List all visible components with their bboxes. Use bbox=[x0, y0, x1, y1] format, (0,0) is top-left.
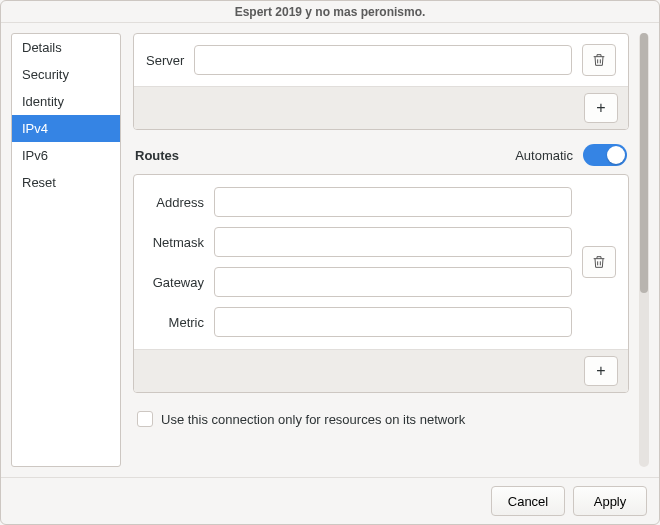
scrollbar-thumb[interactable] bbox=[640, 33, 648, 293]
cancel-button[interactable]: Cancel bbox=[491, 486, 565, 516]
sidebar-item-ipv6[interactable]: IPv6 bbox=[12, 142, 120, 169]
add-server-button[interactable]: + bbox=[584, 93, 618, 123]
routes-title: Routes bbox=[135, 148, 179, 163]
address-label: Address bbox=[146, 195, 204, 210]
gateway-label: Gateway bbox=[146, 275, 204, 290]
route-fields: Address Netmask Gateway bbox=[146, 187, 572, 337]
content: Details Security Identity IPv4 IPv6 Rese… bbox=[1, 23, 659, 477]
toggle-knob bbox=[607, 146, 625, 164]
trash-icon bbox=[591, 52, 607, 68]
server-add-bar: + bbox=[134, 86, 628, 129]
scrollbar[interactable] bbox=[639, 33, 649, 467]
netmask-field: Netmask bbox=[146, 227, 572, 257]
automatic-wrap: Automatic bbox=[515, 144, 627, 166]
window-title: Espert 2019 y no mas peronismo. bbox=[1, 1, 659, 23]
server-input[interactable] bbox=[194, 45, 572, 75]
resources-only-label: Use this connection only for resources o… bbox=[161, 412, 465, 427]
server-label: Server bbox=[146, 53, 184, 68]
netmask-input[interactable] bbox=[214, 227, 572, 257]
address-input[interactable] bbox=[214, 187, 572, 217]
address-field: Address bbox=[146, 187, 572, 217]
route-row: Address Netmask Gateway bbox=[134, 175, 628, 349]
add-route-button[interactable]: + bbox=[584, 356, 618, 386]
metric-label: Metric bbox=[146, 315, 204, 330]
automatic-label: Automatic bbox=[515, 148, 573, 163]
dialog-window: Espert 2019 y no mas peronismo. Details … bbox=[0, 0, 660, 525]
server-panel: Server + bbox=[133, 33, 629, 130]
trash-icon bbox=[591, 254, 607, 270]
route-add-bar: + bbox=[134, 349, 628, 392]
routes-header: Routes Automatic bbox=[133, 144, 629, 174]
gateway-field: Gateway bbox=[146, 267, 572, 297]
apply-button[interactable]: Apply bbox=[573, 486, 647, 516]
sidebar: Details Security Identity IPv4 IPv6 Rese… bbox=[11, 33, 121, 467]
resources-only-checkbox[interactable] bbox=[137, 411, 153, 427]
sidebar-item-security[interactable]: Security bbox=[12, 61, 120, 88]
sidebar-item-identity[interactable]: Identity bbox=[12, 88, 120, 115]
routes-panel: Address Netmask Gateway bbox=[133, 174, 629, 393]
metric-field: Metric bbox=[146, 307, 572, 337]
sidebar-item-reset[interactable]: Reset bbox=[12, 169, 120, 196]
scroll-area: Server + Routes Automatic bbox=[133, 33, 635, 467]
delete-route-button[interactable] bbox=[582, 246, 616, 278]
automatic-toggle[interactable] bbox=[583, 144, 627, 166]
main-pane: Server + Routes Automatic bbox=[133, 33, 649, 467]
metric-input[interactable] bbox=[214, 307, 572, 337]
resources-only-row: Use this connection only for resources o… bbox=[133, 407, 629, 435]
netmask-label: Netmask bbox=[146, 235, 204, 250]
sidebar-item-details[interactable]: Details bbox=[12, 34, 120, 61]
server-row: Server bbox=[134, 34, 628, 86]
gateway-input[interactable] bbox=[214, 267, 572, 297]
delete-server-button[interactable] bbox=[582, 44, 616, 76]
sidebar-item-ipv4[interactable]: IPv4 bbox=[12, 115, 120, 142]
footer: Cancel Apply bbox=[1, 477, 659, 524]
